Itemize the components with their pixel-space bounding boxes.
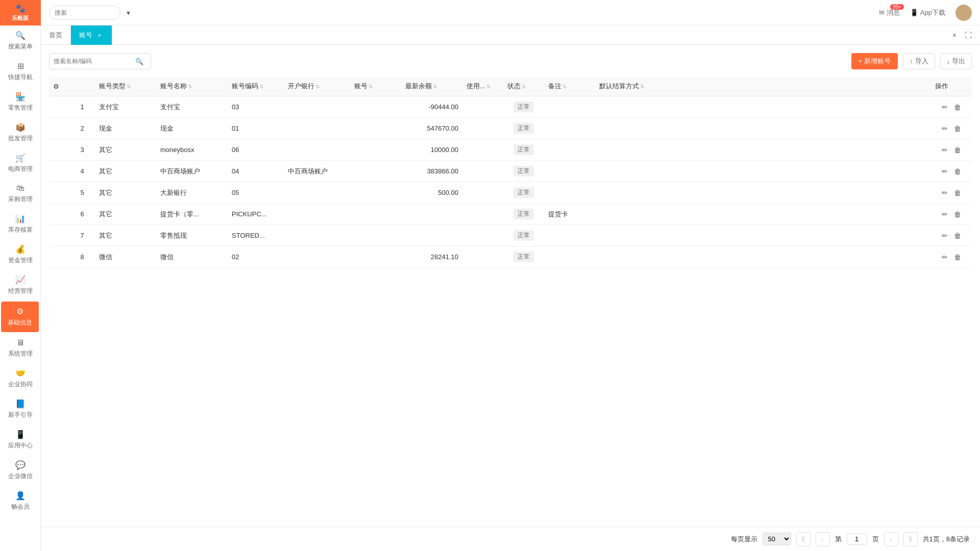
tab-home[interactable]: 首页 [41,26,71,45]
row-type: 支付宝 [95,96,156,118]
row-settle [595,246,931,268]
app-download-btn[interactable]: 📱 App下载 [910,8,945,17]
sidebar: 🐾 乐账版 🔍搜索菜单⊞快捷导航🏪零售管理📦批发管理🛒电商管理🛍采购管理📊库存核… [0,0,41,551]
page-last-btn[interactable]: ⟫ [903,532,918,546]
row-settle [595,225,931,246]
page-input[interactable] [847,533,867,545]
col-status[interactable]: 状态⇅ [503,77,544,96]
add-account-btn[interactable]: + 新增账号 [851,53,898,69]
page-next-btn[interactable]: › [884,532,898,546]
import-btn[interactable]: ↑ 导入 [903,53,935,69]
col-type[interactable]: 账号类型⇅ [95,77,156,96]
edit-btn[interactable]: ✏ [940,209,950,219]
col-code[interactable]: 账号编码⇅ [228,77,284,96]
col-settings[interactable]: ⚙ [49,77,69,96]
row-no: 8 [69,246,95,268]
app-logo: 🐾 乐账版 [0,0,41,26]
delete-btn[interactable]: 🗑 [952,166,963,177]
tab-account[interactable]: 账号 × [71,26,112,45]
nav-label-stock: 库存核算 [8,226,33,234]
edit-btn[interactable]: ✏ [940,145,950,155]
search-icon[interactable]: 🔍 [135,58,143,65]
user-avatar[interactable] [955,5,972,21]
table-row: 8 微信 微信 02 28241.10 正常 ✏ 🗑 [49,246,972,268]
page-size-select[interactable]: 50 10 20 100 [763,533,791,545]
row-account [350,139,401,161]
message-btn[interactable]: ✉ 消息 99+ [879,8,900,17]
edit-btn[interactable]: ✏ [940,188,950,198]
delete-btn[interactable]: 🗑 [952,102,963,112]
sidebar-item-report[interactable]: 📈经营管理 [0,270,41,300]
delete-btn[interactable]: 🗑 [952,209,963,219]
delete-btn[interactable]: 🗑 [952,145,963,155]
sidebar-item-system[interactable]: 🖥系统管理 [0,333,41,363]
sidebar-item-purchase[interactable]: 🛍采购管理 [0,179,41,209]
tab-account-label: 账号 [79,31,92,40]
edit-btn[interactable]: ✏ [940,252,950,262]
header-dropdown-btn[interactable]: ▾ [127,9,130,17]
table-row: 4 其它 中百商场账户 04 中百商场账户 383866.00 正常 ✏ 🗑 [49,161,972,182]
sidebar-item-wholesale[interactable]: 📦批发管理 [0,117,41,148]
tab-account-close[interactable]: × [95,31,104,39]
sidebar-item-search-menu[interactable]: 🔍搜索菜单 [0,26,41,56]
edit-btn[interactable]: ✏ [940,102,950,112]
row-account [350,246,401,268]
col-account[interactable]: 账号⇅ [350,77,401,96]
sidebar-item-guide[interactable]: 📘新手引导 [0,394,41,424]
import-icon: ↑ [910,58,913,65]
row-note [544,139,595,161]
row-code: 01 [228,118,284,139]
sidebar-item-member[interactable]: 👤畅会员 [0,486,41,516]
sidebar-item-stock[interactable]: 📊库存核算 [0,209,41,239]
row-no: 2 [69,118,95,139]
search-input[interactable] [54,58,135,65]
row-account [350,182,401,204]
delete-btn[interactable]: 🗑 [952,123,963,134]
sidebar-item-corp[interactable]: 🤝企业协同 [0,363,41,394]
col-name[interactable]: 账号名称⇅ [156,77,228,96]
edit-btn[interactable]: ✏ [940,231,950,241]
tab-fullscreen-btn[interactable]: ⛶ [963,29,974,41]
message-badge: 99+ [890,4,904,10]
row-account [350,96,401,118]
row-use [462,225,503,246]
row-settings [49,161,69,182]
row-use [462,96,503,118]
row-type: 其它 [95,139,156,161]
delete-btn[interactable]: 🗑 [952,188,963,198]
nav-label-system: 系统管理 [8,349,33,358]
tab-close-btn[interactable]: × [950,29,959,41]
page-prev-btn[interactable]: ‹ [816,532,830,546]
nav-icon-quick-nav: ⊞ [17,61,24,71]
col-note[interactable]: 备注⇅ [544,77,595,96]
nav-label-retail: 零售管理 [8,104,33,112]
sidebar-item-quick-nav[interactable]: ⊞快捷导航 [0,56,41,87]
sidebar-item-retail[interactable]: 🏪零售管理 [0,87,41,117]
logo-icon: 🐾 [15,4,26,13]
row-type: 其它 [95,182,156,204]
row-settle [595,139,931,161]
edit-btn[interactable]: ✏ [940,166,950,177]
col-bank[interactable]: 开户银行⇅ [284,77,350,96]
delete-btn[interactable]: 🗑 [952,231,963,241]
header-search-input[interactable] [49,6,120,20]
col-balance[interactable]: 最新余额⇅ [401,77,462,96]
row-code: STORED... [228,225,284,246]
top-header: ▾ ✉ 消息 99+ 📱 App下载 [41,0,980,26]
page-first-btn[interactable]: ⟪ [796,532,811,546]
row-status: 正常 [503,246,544,268]
col-settle[interactable]: 默认结算方式⇅ [595,77,931,96]
sidebar-item-appcenter[interactable]: 📱应用中心 [0,424,41,455]
sidebar-item-basic[interactable]: ⚙基础信息 [1,302,39,332]
tab-bar: 首页 账号 × × ⛶ [41,26,980,45]
col-use[interactable]: 使用...⇅ [462,77,503,96]
sidebar-item-wechat[interactable]: 💬企业微信 [0,455,41,486]
row-bank [284,204,350,225]
col-no [69,77,95,96]
delete-btn[interactable]: 🗑 [952,252,963,262]
edit-btn[interactable]: ✏ [940,123,950,134]
sidebar-item-fund[interactable]: 💰资金管理 [0,239,41,270]
sidebar-item-ecom[interactable]: 🛒电商管理 [0,148,41,179]
export-btn[interactable]: ↓ 导出 [940,53,972,69]
row-settings [49,225,69,246]
